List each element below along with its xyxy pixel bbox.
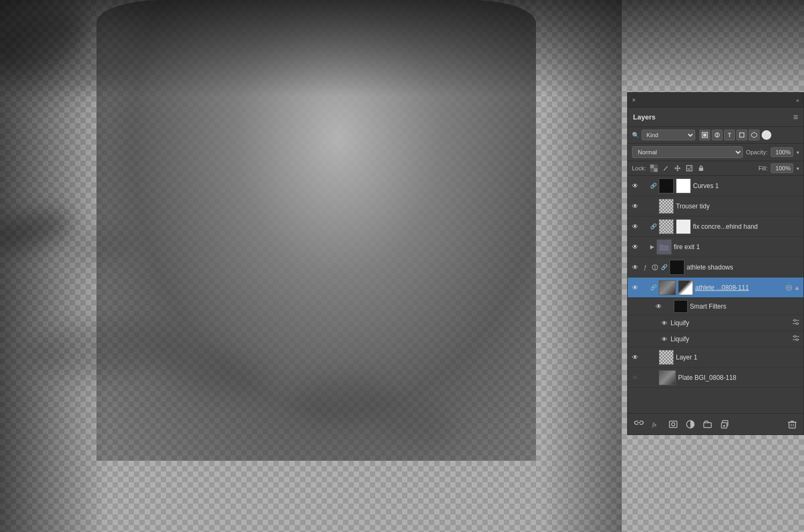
svg-marker-13 (674, 167, 676, 169)
svg-rect-7 (654, 164, 658, 168)
blend-mode-dropdown[interactable]: Normal Multiply Screen Overlay (632, 146, 743, 158)
opacity-chevron[interactable]: ▾ (796, 149, 799, 155)
layer-eye-layer1[interactable]: 👁 (631, 353, 639, 362)
layer-link-athlete-main[interactable]: 🔗 (650, 284, 657, 290)
layer-eye-liquify-2[interactable]: 👁 (660, 335, 668, 343)
layer-name-athlete-shadows: athlete shadows (687, 264, 800, 271)
layer-link-athlete-shadows[interactable]: 🔗 (661, 264, 667, 270)
layer-name-trouser-tidy: Trouser tidy (676, 203, 800, 210)
svg-rect-33 (704, 423, 711, 428)
layer-item-athlete-shadows[interactable]: 👁 ƒ 🔗 athlete shadows (628, 257, 803, 278)
filter-adjustment-button[interactable] (712, 130, 723, 140)
svg-rect-30 (669, 421, 677, 428)
layer-mask-fix-concrete (676, 219, 691, 234)
layer-eye-fire-exit[interactable]: 👁 (631, 243, 639, 251)
layer-thumb-fire-exit (657, 239, 672, 254)
layer-thumb-trouser-tidy (659, 199, 674, 214)
layer-item-layer1[interactable]: 👁 Layer 1 (628, 347, 803, 368)
svg-point-22 (794, 319, 796, 321)
layer-eye-plate-bgi[interactable]: 👁 (631, 373, 639, 382)
lock-brush-button[interactable] (661, 163, 671, 173)
layer-item-liquify-2[interactable]: 👁 Liquify (628, 331, 803, 347)
lock-checkerboard-button[interactable] (649, 163, 659, 173)
svg-point-27 (796, 339, 798, 341)
layer-thumb-fix-concrete (659, 219, 674, 234)
add-group-button[interactable] (702, 418, 713, 430)
filter-shape-button[interactable] (736, 130, 747, 140)
layer-fx-icon-athlete-shadows[interactable]: ƒ (642, 264, 649, 271)
layer-eye-athlete-main[interactable]: 👁 (631, 283, 639, 292)
panel-title: Layers (633, 113, 656, 121)
layer-eye-curves1[interactable]: 👁 (631, 182, 639, 190)
layer-thumb-layer1 (659, 350, 674, 365)
layer-eye-athlete-shadows[interactable]: 👁 (631, 263, 639, 272)
panel-top-bar: × « (628, 93, 803, 108)
layer-name-fix-concrete: fix concre...ehind hand (693, 223, 800, 230)
layer-item-athlete-main[interactable]: 👁 🔗 athlete ...0808-111 ▲ (628, 278, 803, 298)
lock-all-button[interactable] (696, 163, 706, 173)
layer-thumb-plate-bgi (659, 370, 676, 385)
add-mask-button[interactable] (667, 418, 679, 430)
blend-row: Normal Multiply Screen Overlay Opacity: … (628, 144, 803, 161)
filter-smart-button[interactable] (749, 130, 760, 140)
svg-rect-4 (740, 133, 744, 137)
layer-item-smart-filters[interactable]: 👁 Smart Filters (628, 298, 803, 315)
lock-artboard-button[interactable] (684, 163, 694, 173)
filter-kind-dropdown[interactable]: Kind Name Effect (642, 130, 695, 140)
layer-eye-trouser-tidy[interactable]: 👁 (631, 202, 639, 211)
lock-label: Lock: (632, 165, 646, 171)
layer-item-curves1[interactable]: 👁 🔗 Curves 1 (628, 176, 803, 196)
layer-eye-smart-filters[interactable]: 👁 (654, 302, 663, 311)
layer-item-trouser-tidy[interactable]: 👁 Trouser tidy (628, 196, 803, 216)
layer-name-fire-exit: fire exit 1 (674, 243, 800, 251)
layer-item-fix-concrete[interactable]: 👁 🔗 fix concre...ehind hand (628, 216, 803, 237)
layer-name-plate-bgi: Plate BGI_0808-118 (678, 374, 800, 381)
svg-rect-1 (703, 133, 706, 137)
layer-link-fix-concrete[interactable]: 🔗 (650, 223, 657, 229)
layer-mask-curves1 (676, 178, 691, 193)
layers-bottom-toolbar: fx (628, 413, 803, 434)
link-layers-button[interactable] (633, 418, 645, 430)
opacity-input[interactable] (771, 147, 793, 157)
liquify-settings-icon-1[interactable] (792, 318, 800, 328)
fill-label: Fill: (758, 165, 768, 171)
layer-link-curves1[interactable]: 🔗 (650, 183, 657, 189)
svg-text:fx: fx (652, 421, 657, 428)
filter-row: 🔍 Kind Name Effect T (628, 127, 803, 144)
layer-item-liquify-1[interactable]: 👁 Liquify (628, 315, 803, 331)
layer-expand-fire-exit[interactable]: ▶ (650, 244, 654, 250)
filter-pixel-button[interactable] (699, 130, 710, 140)
layers-panel: × « Layers ≡ 🔍 Kind Name Effect T (627, 92, 804, 435)
panel-menu-button[interactable]: ≡ (793, 113, 798, 122)
layer-name-smart-filters: Smart Filters (690, 303, 800, 310)
fill-chevron[interactable]: ▾ (796, 166, 799, 171)
layer-mask-athlete-main (678, 280, 693, 295)
layer-circle-athlete-shadows[interactable] (651, 264, 659, 271)
search-icon: 🔍 (632, 132, 639, 139)
fill-input[interactable] (771, 163, 793, 173)
layer-name-layer1: Layer 1 (676, 354, 800, 361)
lock-move-button[interactable] (673, 163, 682, 173)
layer-thumb-curves1 (659, 178, 674, 193)
svg-rect-5 (650, 164, 654, 168)
panel-close-button[interactable]: × (632, 96, 636, 104)
add-layer-button[interactable] (719, 418, 731, 430)
layer-eye-fix-concrete[interactable]: 👁 (631, 222, 639, 231)
layers-list[interactable]: 👁 🔗 Curves 1 👁 Trouser tidy 👁 🔗 fix conc… (628, 176, 803, 413)
layer-eye-liquify-1[interactable]: 👁 (660, 319, 668, 327)
layer-thumb-athlete-shadows (669, 260, 684, 275)
panel-collapse-button[interactable]: « (796, 97, 799, 103)
filter-type-button[interactable]: T (724, 130, 735, 140)
fx-button[interactable]: fx (650, 418, 662, 430)
svg-rect-38 (789, 422, 795, 428)
add-adjustment-button[interactable] (684, 418, 696, 430)
layer-expand-athlete[interactable]: ▲ (794, 284, 800, 291)
liquify-settings-icon-2[interactable] (792, 334, 800, 344)
filter-toggle-circle[interactable] (762, 130, 771, 140)
delete-layer-button[interactable] (786, 418, 798, 430)
svg-rect-8 (650, 168, 654, 172)
layer-item-fire-exit[interactable]: 👁 ▶ fire exit 1 (628, 237, 803, 257)
svg-rect-16 (699, 168, 703, 171)
layer-item-plate-bgi[interactable]: 👁 Plate BGI_0808-118 (628, 368, 803, 388)
layer-smartobj-icon (785, 284, 793, 291)
